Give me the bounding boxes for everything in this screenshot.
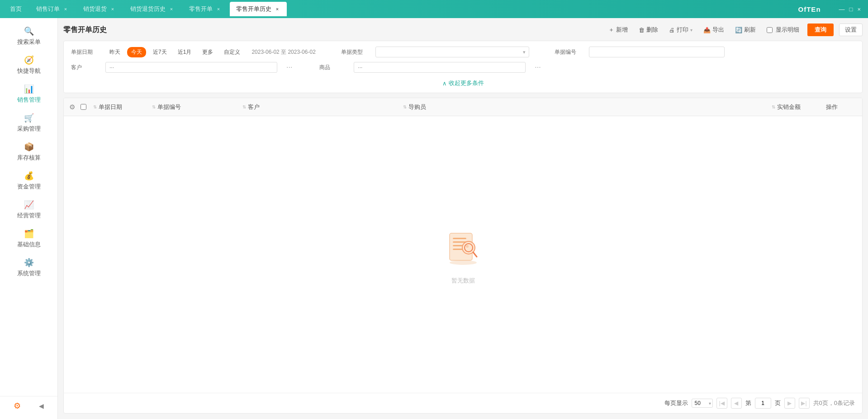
display-detail-checkbox[interactable] bbox=[767, 27, 773, 33]
print-button[interactable]: 🖨 打印 ▾ bbox=[666, 24, 695, 36]
minimize-btn[interactable]: — bbox=[839, 6, 845, 13]
maximize-btn[interactable]: □ bbox=[849, 6, 853, 13]
export-button[interactable]: 📤 导出 bbox=[701, 24, 727, 36]
add-button[interactable]: ＋ 新增 bbox=[606, 24, 631, 36]
operation-icon: 📈 bbox=[24, 200, 34, 210]
th-customer[interactable]: ⇅ 客户 bbox=[239, 103, 399, 111]
date-btn-yesterday[interactable]: 昨天 bbox=[105, 47, 124, 57]
per-page-select-wrap: 20 50 100 ▾ bbox=[692, 399, 713, 408]
th-date[interactable]: ⇅ 单据日期 bbox=[90, 103, 148, 111]
date-btn-1month[interactable]: 近1月 bbox=[174, 47, 196, 57]
sidebar-item-nav[interactable]: 🧭 快捷导航 bbox=[0, 51, 57, 80]
collapse-sidebar-icon[interactable]: ◀ bbox=[39, 402, 44, 410]
select-all-checkbox[interactable] bbox=[81, 104, 86, 110]
brand-label: OfTEn bbox=[798, 5, 821, 13]
th-amount-sort-icon: ⇅ bbox=[772, 104, 775, 109]
bill-input[interactable] bbox=[589, 47, 725, 57]
sidebar-item-system-label: 系统管理 bbox=[17, 269, 41, 278]
empty-illustration bbox=[441, 224, 486, 269]
type-select[interactable] bbox=[375, 47, 529, 57]
refresh-button[interactable]: 🔄 刷新 bbox=[732, 24, 759, 36]
th-action: 操作 bbox=[822, 103, 859, 111]
th-bill[interactable]: ⇅ 单据编号 bbox=[148, 103, 239, 111]
goods-input[interactable] bbox=[354, 62, 526, 73]
date-range-display: 2023-06-02 至 2023-06-02 bbox=[251, 48, 315, 56]
table-settings-icon[interactable]: ⚙ bbox=[67, 103, 77, 111]
filter-panel: 单据日期 昨天 今天 近7天 近1月 更多 自定义 2023-06-02 至 2… bbox=[63, 41, 863, 93]
toolbar: ＋ 新增 🗑 删除 🖨 打印 ▾ 📤 导出 🔄 bbox=[606, 24, 863, 36]
date-btn-more[interactable]: 更多 bbox=[198, 47, 217, 57]
th-checkbox[interactable] bbox=[77, 104, 90, 110]
sidebar-item-purchase-label: 采购管理 bbox=[17, 125, 41, 133]
th-guide[interactable]: ⇅ 导购员 bbox=[399, 103, 454, 111]
th-guide-label: 导购员 bbox=[408, 103, 426, 111]
th-customer-sort-icon: ⇅ bbox=[242, 104, 246, 109]
window-close-btn[interactable]: × bbox=[857, 6, 861, 13]
delete-button[interactable]: 🗑 删除 bbox=[636, 24, 661, 36]
th-amount[interactable]: ⇅ 实销金额 bbox=[768, 103, 822, 111]
type-label: 单据类型 bbox=[341, 48, 368, 56]
sidebar-bottom: ⚙ ◀ bbox=[0, 396, 57, 415]
first-page-button[interactable]: |◀ bbox=[716, 398, 727, 409]
goods-dots-icon[interactable]: ··· bbox=[533, 63, 542, 71]
date-btn-7days[interactable]: 近7天 bbox=[149, 47, 171, 57]
tab-return-history[interactable]: 销货退货历史 × bbox=[124, 2, 181, 16]
tab-retail-open[interactable]: 零售开单 × bbox=[183, 2, 228, 16]
tab-retail-history-close[interactable]: × bbox=[274, 6, 280, 12]
basic-icon: 🗂️ bbox=[24, 229, 34, 239]
tab-retail-open-label: 零售开单 bbox=[189, 5, 213, 13]
sidebar-item-search[interactable]: 🔍 搜索采单 bbox=[0, 22, 57, 51]
tab-return-close[interactable]: × bbox=[109, 6, 116, 12]
tab-retail-history[interactable]: 零售开单历史 × bbox=[230, 2, 287, 16]
sidebar-item-finance[interactable]: 💰 资金管理 bbox=[0, 166, 57, 195]
sidebar-item-operation[interactable]: 📈 经营管理 bbox=[0, 195, 57, 224]
collapse-label: 收起更多条件 bbox=[449, 79, 484, 87]
prev-page-button[interactable]: ◀ bbox=[731, 398, 742, 409]
nav-icon: 🧭 bbox=[24, 55, 34, 65]
refresh-icon: 🔄 bbox=[735, 27, 742, 33]
bill-label: 单据编号 bbox=[555, 48, 582, 56]
sidebar-item-sales[interactable]: 📊 销售管理 bbox=[0, 80, 57, 108]
date-btn-today[interactable]: 今天 bbox=[127, 47, 146, 57]
sidebar-item-purchase[interactable]: 🛒 采购管理 bbox=[0, 108, 57, 137]
system-icon: ⚙️ bbox=[24, 258, 34, 268]
sidebar-item-stock[interactable]: 📦 库存核算 bbox=[0, 137, 57, 166]
tab-return-history-label: 销货退货历史 bbox=[130, 5, 166, 13]
tab-return-history-close[interactable]: × bbox=[168, 6, 175, 12]
add-label: 新增 bbox=[616, 26, 628, 34]
collapse-row[interactable]: ∧ 收起更多条件 bbox=[71, 77, 855, 87]
sidebar-item-basic[interactable]: 🗂️ 基础信息 bbox=[0, 224, 57, 253]
tab-sales-order[interactable]: 销售订单 × bbox=[30, 2, 75, 16]
tab-sales-order-close[interactable]: × bbox=[62, 6, 69, 12]
query-button[interactable]: 查询 bbox=[807, 24, 834, 36]
per-page-select[interactable]: 20 50 100 bbox=[692, 399, 713, 408]
th-date-sort-icon: ⇅ bbox=[93, 104, 97, 109]
tab-home[interactable]: 首页 bbox=[4, 2, 28, 16]
settings-gear-icon[interactable]: ⚙ bbox=[14, 401, 21, 411]
sidebar-item-system[interactable]: ⚙️ 系统管理 bbox=[0, 253, 57, 282]
page-title: 零售开单历史 bbox=[63, 25, 107, 35]
content-area: 零售开单历史 ＋ 新增 🗑 删除 🖨 打印 ▾ 📤 导出 bbox=[58, 18, 868, 419]
svg-rect-2 bbox=[453, 238, 466, 239]
th-customer-label: 客户 bbox=[248, 103, 260, 111]
filter-row-1: 单据日期 昨天 今天 近7天 近1月 更多 自定义 2023-06-02 至 2… bbox=[71, 47, 855, 57]
goods-label: 商品 bbox=[319, 64, 346, 71]
export-label: 导出 bbox=[712, 26, 724, 34]
page-input[interactable] bbox=[755, 398, 771, 409]
tab-retail-open-close[interactable]: × bbox=[215, 6, 222, 12]
tab-return[interactable]: 销货退货 × bbox=[77, 2, 122, 16]
export-icon: 📤 bbox=[703, 27, 711, 33]
settings-button[interactable]: 设置 bbox=[839, 24, 863, 36]
delete-label: 删除 bbox=[646, 26, 658, 34]
display-detail-button[interactable]: 显示明细 bbox=[764, 24, 802, 36]
sidebar-item-basic-label: 基础信息 bbox=[17, 240, 41, 249]
customer-dots-icon[interactable]: ··· bbox=[285, 63, 294, 71]
customer-input[interactable] bbox=[105, 62, 277, 73]
sidebar-item-stock-label: 库存核算 bbox=[17, 154, 41, 162]
last-page-button[interactable]: ▶| bbox=[799, 398, 810, 409]
date-btn-custom[interactable]: 自定义 bbox=[220, 47, 244, 57]
next-page-button[interactable]: ▶ bbox=[784, 398, 795, 409]
tab-sales-order-label: 销售订单 bbox=[36, 5, 60, 13]
svg-rect-4 bbox=[453, 245, 464, 246]
delete-icon: 🗑 bbox=[639, 27, 645, 33]
